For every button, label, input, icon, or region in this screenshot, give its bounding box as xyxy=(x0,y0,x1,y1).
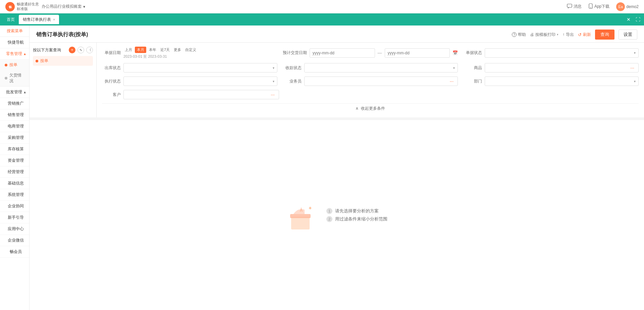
logo-area: 畅 畅捷通好生意 标准版 xyxy=(5,2,39,11)
help-icon: ? xyxy=(512,32,517,37)
date-tabs: 上月 本月 本年 近7天 更多 自定义 xyxy=(123,47,198,53)
collapse-plan-button[interactable]: 《 xyxy=(86,47,93,53)
sidebar-item-wechat[interactable]: 企业微信 xyxy=(0,235,29,246)
filter-group-out-status: 出库状态 ▾ xyxy=(102,63,277,72)
print-icon: 🖨 xyxy=(530,32,534,37)
calendar-icon: 📅 xyxy=(452,50,458,55)
filter-group-salesperson: 业务员 ··· xyxy=(283,76,458,86)
sidebar-item-marketing[interactable]: 营销推广 xyxy=(0,98,29,109)
out-status-arrow-icon: ▾ xyxy=(273,66,274,70)
help-button[interactable]: ? 帮助 xyxy=(512,32,526,38)
sidebar-item-quick-nav[interactable]: 快捷导航 xyxy=(0,37,29,48)
filter-group-date: 单据日期 上月 本月 本年 近7天 更多 自定义 xyxy=(102,47,277,59)
tab-bar: 首页 销售订单执行表 × ✕ ⛶ xyxy=(0,13,644,25)
date-tab-this-month[interactable]: 本月 xyxy=(135,47,146,53)
empty-illustration: ✦ xyxy=(286,202,313,228)
dept-arrow-icon: ▾ xyxy=(634,80,636,83)
page-title-row: 销售订单执行表(按单) ? 帮助 🖨 按模板打印 ▾ ↑ 导出 xyxy=(36,30,637,40)
content-area: 销售订单执行表(按单) ? 帮助 🖨 按模板打印 ▾ ↑ 导出 xyxy=(30,25,644,310)
receipt-status-label: 收款状态 xyxy=(283,65,302,71)
salesperson-dots-icon[interactable]: ··· xyxy=(448,79,455,84)
sidebar-item-basic-info[interactable]: 基础信息 xyxy=(0,178,29,189)
collapse-bar[interactable]: ∧ 收起更多条件 xyxy=(102,103,639,113)
tip-2-number: 2 xyxy=(326,216,332,222)
dept-select[interactable]: ▾ xyxy=(485,76,639,86)
date-tab-more[interactable]: 更多 xyxy=(172,47,182,53)
salesperson-label: 业务员 xyxy=(283,79,302,84)
sidebar-item-ecommerce[interactable]: 电商管理 xyxy=(0,121,29,132)
expected-date-to-input[interactable] xyxy=(385,48,450,58)
goods-dots-icon[interactable]: ··· xyxy=(629,65,636,70)
export-button[interactable]: ↑ 导出 xyxy=(562,32,574,38)
date-tab-custom[interactable]: 自定义 xyxy=(184,47,198,53)
tab-sales-order[interactable]: 销售订单执行表 × xyxy=(19,15,59,24)
app-download-button[interactable]: App下载 xyxy=(588,3,609,10)
goods-select[interactable]: ··· xyxy=(485,63,639,72)
edit-plan-button[interactable]: ✎ xyxy=(77,47,84,53)
sidebar-item-inventory[interactable]: 库存核算 xyxy=(0,144,29,155)
sidebar-item-system[interactable]: 系统管理 xyxy=(0,189,29,201)
refresh-button[interactable]: ↺ 刷新 xyxy=(578,32,591,38)
close-window-button[interactable]: ✕ xyxy=(625,16,632,23)
wholesale-arrow-icon: ▲ xyxy=(23,90,26,94)
collapse-arrow-icon: ∧ xyxy=(356,106,359,111)
sidebar-sub-item-order[interactable]: 按单 xyxy=(0,60,29,70)
exec-status-select[interactable]: ▾ xyxy=(123,76,277,86)
tab-bar-actions: ✕ ⛶ xyxy=(625,16,641,23)
sidebar-sub-item-backorder[interactable]: 欠货情况 xyxy=(0,70,29,86)
sidebar-item-operations[interactable]: 经营管理 xyxy=(0,166,29,178)
filter-group-dept: 部门 ▾ xyxy=(463,76,639,86)
sidebar-item-enterprise[interactable]: 企业协同 xyxy=(0,201,29,212)
nav-dropdown[interactable]: 办公用品行业模拟账套 ▾ xyxy=(42,4,85,9)
empty-content: ✦ 1 请先选择要分析的方案 2 用过滤条件来缩小分析范围 xyxy=(286,202,387,228)
filter-group-expected-date: 预计交货日期 — 📅 xyxy=(283,48,458,58)
retail-arrow-icon: ▲ xyxy=(23,52,26,56)
filter-left: 按以下方案查询 + ✎ 《 按单 xyxy=(30,43,97,117)
sidebar-item-apps[interactable]: 应用中心 xyxy=(0,223,29,235)
settings-button[interactable]: 设置 xyxy=(619,30,637,40)
print-button[interactable]: 🖨 按模板打印 ▾ xyxy=(530,32,558,38)
plan-dot-icon xyxy=(36,60,38,62)
export-icon: ↑ xyxy=(562,32,565,37)
date-tab-7days[interactable]: 近7天 xyxy=(159,47,171,53)
customer-dots-icon[interactable]: ··· xyxy=(269,92,276,97)
tip-1-number: 1 xyxy=(326,208,332,214)
tab-home[interactable]: 首页 xyxy=(3,15,19,24)
filter-plan-title: 按以下方案查询 + ✎ 《 xyxy=(33,47,93,53)
exec-status-label: 执行状态 xyxy=(102,79,121,84)
print-dropdown-icon: ▾ xyxy=(557,33,558,36)
receipt-status-select[interactable]: ▾ xyxy=(304,63,458,72)
out-status-select[interactable]: ▾ xyxy=(123,63,277,72)
sidebar-item-wholesale[interactable]: 批发管理 ▲ xyxy=(0,87,29,98)
sidebar-item-retail[interactable]: 零售管理 ▲ xyxy=(0,48,29,60)
user-profile[interactable]: Ea demo2 xyxy=(616,2,639,11)
date-tab-last-month[interactable]: 上月 xyxy=(123,47,133,53)
filter-group-exec-status: 执行状态 ▾ xyxy=(102,76,277,86)
filter-group-single-status: 单据状态 ▾ xyxy=(463,48,639,58)
single-status-select[interactable]: ▾ xyxy=(485,48,639,58)
date-range-text: 2023-03-01 至 2023-03-31 xyxy=(123,54,277,59)
plan-item-order[interactable]: 按单 xyxy=(33,56,93,66)
refresh-icon: ↺ xyxy=(578,32,582,37)
order-dot-icon xyxy=(5,64,7,66)
add-plan-button[interactable]: + xyxy=(69,47,75,53)
salesperson-select[interactable]: ··· xyxy=(304,76,458,86)
query-button[interactable]: 查询 xyxy=(595,30,614,40)
svg-rect-5 xyxy=(291,217,310,229)
date-tab-this-year[interactable]: 本年 xyxy=(148,47,158,53)
sidebar-item-finance[interactable]: 资金管理 xyxy=(0,155,29,166)
sidebar-item-newcomer[interactable]: 新手引导 xyxy=(0,212,29,223)
sidebar-item-sales[interactable]: 销售管理 xyxy=(0,109,29,121)
sidebar-sub-retail: 按单 欠货情况 xyxy=(0,60,29,87)
sidebar-item-purchase[interactable]: 采购管理 xyxy=(0,132,29,144)
sidebar-item-member[interactable]: 畅会员 xyxy=(0,246,29,258)
sidebar-search[interactable]: 搜索菜单 xyxy=(0,25,29,37)
tab-close-icon[interactable]: × xyxy=(53,17,55,21)
app-logo: 畅 xyxy=(5,2,15,11)
exec-status-arrow-icon: ▾ xyxy=(273,80,274,83)
message-button[interactable]: 消息 xyxy=(567,3,582,10)
empty-tip-1: 1 请先选择要分析的方案 xyxy=(326,208,387,214)
expected-date-from-input[interactable] xyxy=(310,48,375,58)
customer-select[interactable]: ··· xyxy=(123,90,279,99)
maximize-window-button[interactable]: ⛶ xyxy=(635,16,641,23)
